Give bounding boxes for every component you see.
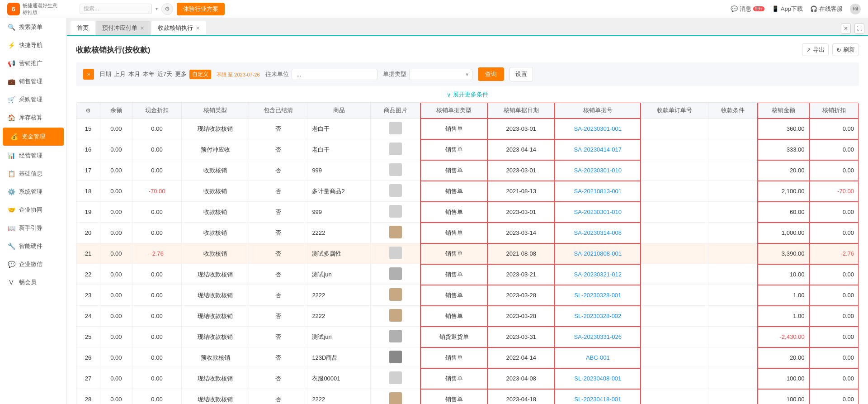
col-settings[interactable]: ⚙ bbox=[76, 103, 100, 119]
solution-button[interactable]: 体验行业方案 bbox=[177, 3, 225, 15]
expand-more-button[interactable]: ∨ 展开更多条件 bbox=[447, 90, 488, 99]
settings-button[interactable]: 设置 bbox=[509, 67, 533, 81]
row-type: 现结收款核销 bbox=[182, 119, 249, 139]
sidebar-item-marketing[interactable]: 📢 营销推广 bbox=[0, 54, 66, 72]
bill-no-link[interactable]: SA-20230301-001 bbox=[574, 125, 622, 132]
sidebar-item-inventory[interactable]: 🏠 库存核算 bbox=[0, 109, 66, 127]
table-scroll[interactable]: ⚙ 余额 现金折扣 核销类型 包含已结清 商品 商品图片 核销单据类型 核销单据… bbox=[76, 102, 859, 404]
sidebar-item-hardware[interactable]: 🔧 智能硬件 bbox=[0, 237, 66, 255]
row-condition bbox=[708, 160, 758, 181]
row-type: 收款核销 bbox=[182, 160, 249, 181]
sidebar-item-basic[interactable]: 📋 基础信息 bbox=[0, 165, 66, 183]
row-condition bbox=[708, 368, 758, 389]
tab-receive[interactable]: 收款核销执行 ✕ bbox=[151, 21, 206, 35]
bill-no-link[interactable]: SL-20230408-001 bbox=[574, 375, 621, 382]
bill-no-link[interactable]: SA-20230301-010 bbox=[574, 209, 622, 215]
tab-prepay-label: 预付冲应付单 bbox=[102, 24, 137, 32]
message-item[interactable]: 💬 消息 99+ bbox=[731, 5, 764, 13]
tab-prepay[interactable]: 预付冲应付单 ✕ bbox=[96, 21, 151, 35]
export-button[interactable]: ↗ 导出 bbox=[802, 43, 829, 56]
col-goods-img: 商品图片 bbox=[371, 103, 420, 119]
bill-no-link[interactable]: SL-20230328-002 bbox=[574, 313, 621, 319]
bill-no-link[interactable]: SL-20230418-001 bbox=[574, 396, 621, 403]
bill-no-link[interactable]: SA-20230321-012 bbox=[574, 271, 622, 278]
sidebar-item-operation[interactable]: 📊 经营管理 bbox=[0, 147, 66, 165]
sidebar-item-search[interactable]: 🔍 搜索菜单 bbox=[0, 18, 66, 36]
page-header: 收款核销执行(按收款) ↗ 导出 ↻ 刷新 bbox=[76, 43, 859, 56]
sidebar-item-system[interactable]: ⚙️ 系统管理 bbox=[0, 183, 66, 201]
sidebar-item-purchase[interactable]: 🛒 采购管理 bbox=[0, 90, 66, 109]
message-icon: 💬 bbox=[731, 5, 738, 12]
bill-no-link[interactable]: SA-20230301-010 bbox=[574, 167, 622, 174]
user-avatar[interactable]: Rit bbox=[850, 4, 861, 14]
row-cash-discount: 0.00 bbox=[132, 306, 182, 327]
bill-no-link[interactable]: SA-20230331-026 bbox=[574, 333, 622, 340]
bill-no-link[interactable]: SA-20210813-001 bbox=[574, 188, 622, 195]
tab-prepay-close[interactable]: ✕ bbox=[140, 25, 144, 31]
query-button[interactable]: 查询 bbox=[478, 67, 504, 81]
refresh-button[interactable]: ↻ 刷新 bbox=[832, 43, 859, 56]
row-cash-discount: 0.00 bbox=[132, 347, 182, 368]
sidebar-item-guide[interactable]: 📖 新手引导 bbox=[0, 219, 66, 237]
row-bill-type: 销售单 bbox=[420, 243, 488, 264]
online-service-item[interactable]: 🎧 在线客服 bbox=[810, 5, 843, 13]
row-settled: 否 bbox=[249, 389, 307, 404]
unit-input[interactable] bbox=[292, 69, 377, 80]
row-bill-type: 销售单 bbox=[420, 389, 488, 404]
tab-expand-button[interactable]: ⛶ bbox=[854, 24, 864, 33]
filter-toggle-button[interactable]: » bbox=[83, 69, 94, 80]
date-more[interactable]: 更多 bbox=[175, 70, 187, 78]
bill-no-link[interactable]: SA-20210808-001 bbox=[574, 250, 622, 257]
bill-no-link[interactable]: SL-20230328-001 bbox=[574, 292, 621, 299]
row-bill-date: 2023-03-01 bbox=[487, 160, 555, 181]
sidebar-item-wechat[interactable]: 💬 企业微信 bbox=[0, 255, 66, 273]
bill-no-link[interactable]: SA-20230414-017 bbox=[574, 146, 622, 153]
row-bill-date: 2022-04-14 bbox=[487, 347, 555, 368]
row-condition bbox=[708, 139, 758, 160]
row-bill-no: SA-20230414-017 bbox=[555, 139, 641, 160]
row-cash-discount: 0.00 bbox=[132, 264, 182, 285]
goods-img bbox=[371, 306, 420, 327]
goods-img bbox=[371, 119, 420, 139]
col-order-no: 收款单订单号 bbox=[641, 103, 708, 119]
row-cash-discount: 0.00 bbox=[132, 285, 182, 306]
row-discount: 0.00 bbox=[809, 223, 859, 243]
v-icon: V bbox=[7, 278, 15, 286]
row-order-no bbox=[641, 327, 708, 347]
top-search-input[interactable]: 搜索... bbox=[80, 4, 152, 14]
date-7days[interactable]: 近7天 bbox=[157, 70, 172, 78]
goods-img bbox=[371, 223, 420, 243]
sidebar-item-finance[interactable]: 💰 资金管理 bbox=[3, 128, 64, 146]
bill-type-select[interactable] bbox=[409, 69, 472, 80]
row-type: 现结收款核销 bbox=[182, 285, 249, 306]
row-order-no bbox=[641, 139, 708, 160]
row-balance: 0.00 bbox=[100, 264, 132, 285]
date-custom[interactable]: 自定义 bbox=[189, 70, 211, 79]
sidebar-item-member[interactable]: V 畅会员 bbox=[0, 273, 66, 291]
tab-bar-actions: ✕ ⛶ bbox=[841, 24, 864, 35]
sidebar-label: 企业微信 bbox=[19, 260, 42, 268]
tab-home[interactable]: 首页 bbox=[71, 21, 95, 35]
row-bill-date: 2023-04-18 bbox=[487, 389, 555, 404]
row-bill-date: 2021-08-08 bbox=[487, 243, 555, 264]
tab-close-button[interactable]: ✕ bbox=[841, 24, 851, 33]
bill-no-link[interactable]: SA-20230314-008 bbox=[574, 229, 622, 236]
row-goods: 老白干 bbox=[307, 139, 371, 160]
sidebar-label: 快捷导航 bbox=[19, 41, 42, 49]
date-this-year[interactable]: 本年 bbox=[143, 70, 155, 78]
settings-icon[interactable]: ⚙ bbox=[161, 3, 173, 15]
bill-no-link[interactable]: ABC-001 bbox=[586, 354, 610, 361]
row-amount: 360.00 bbox=[758, 119, 809, 139]
date-last-month[interactable]: 上月 bbox=[114, 70, 126, 78]
date-this-month[interactable]: 本月 bbox=[128, 70, 140, 78]
row-balance: 0.00 bbox=[100, 202, 132, 223]
app-download-item[interactable]: 📱 App下载 bbox=[772, 5, 803, 13]
clipboard-icon: 📋 bbox=[7, 170, 15, 178]
row-bill-date: 2023-04-14 bbox=[487, 139, 555, 160]
row-goods: 测试多属性 bbox=[307, 243, 371, 264]
sidebar-item-sales[interactable]: 💼 销售管理 bbox=[0, 72, 66, 90]
sidebar-item-collab[interactable]: 🤝 企业协同 bbox=[0, 201, 66, 219]
tab-receive-close[interactable]: ✕ bbox=[196, 25, 200, 31]
sidebar-item-quick[interactable]: ⚡ 快捷导航 bbox=[0, 36, 66, 54]
row-bill-no: ABC-001 bbox=[555, 347, 641, 368]
